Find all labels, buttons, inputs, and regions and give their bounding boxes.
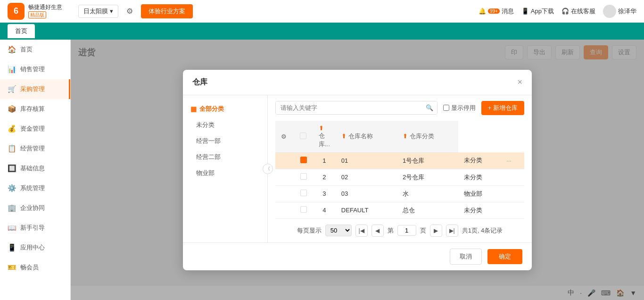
category-item-property[interactable]: 物业部 [183,165,267,181]
sidebar-item-vip[interactable]: 🎫 畅会员 [0,258,70,277]
notification-item[interactable]: 🔔 99+ 消息 [479,7,514,16]
vip-icon: 🎫 [8,263,17,272]
row-name: 1号仓库 [397,152,458,169]
row-number: 1 [313,152,336,169]
sidebar-item-guide[interactable]: 📖 新手引导 [0,218,70,238]
collapse-panel-button[interactable]: 《 [263,164,273,174]
tab-home[interactable]: 首页 [8,24,35,38]
purchase-icon: 🛒 [8,85,17,93]
row-checkbox[interactable] [300,157,307,163]
dialog-header: 仓库 × [183,70,532,95]
chevron-down-icon: ▾ [110,8,113,15]
row-checkbox[interactable] [300,206,307,213]
row-gear [275,152,294,169]
row-checkbox-cell[interactable] [294,169,313,185]
table-row[interactable]: 2 02 2号仓库 未分类 [275,169,524,185]
dialog-footer: 取消 确定 [183,242,532,270]
row-category: 未分类 [458,202,501,218]
select-all-checkbox[interactable] [300,133,306,139]
row-category: 未分类 [458,152,501,169]
sidebar-item-basic-info[interactable]: 🔲 基础信息 [0,158,70,178]
row-name: 水 [397,185,458,202]
sidebar-item-operations[interactable]: 📋 经营管理 [0,139,70,158]
search-input[interactable] [276,101,437,114]
row-more[interactable]: ··· [501,152,524,169]
cancel-button[interactable]: 取消 [450,249,482,265]
logo-area: 6 畅捷通好生意 精品版 [8,3,78,20]
row-category: 未分类 [458,169,501,185]
home-icon: 🏠 [8,45,17,54]
dialog-title: 仓库 [192,77,207,87]
row-number: 3 [313,185,336,202]
sidebar-item-apps[interactable]: 📱 应用中心 [0,238,70,258]
table-toolbar: 🔍 显示停用 + 新增仓库 [275,101,524,115]
top-header: 6 畅捷通好生意 精品版 日太阳膜 ▾ ⚙ 体验行业方案 🔔 99+ 消息 📱 … [0,0,644,23]
table-header-row: ⚙ ⬆仓库... ⬆仓库名称 ⬆仓库分类 [275,121,524,153]
per-page-select[interactable]: 50 100 [325,225,352,236]
row-checkbox[interactable] [300,190,307,196]
th-gear: ⚙ [275,121,294,153]
sales-icon: 📊 [8,65,17,74]
row-gear [275,169,294,185]
category-item-unclassified[interactable]: 未分类 [183,117,267,133]
table-row[interactable]: 3 03 水 物业部 [275,185,524,202]
pagination: 每页显示 50 100 |◀ ◀ 第 页 ▶ ▶| [275,225,524,237]
sidebar-item-enterprise[interactable]: 🏢 企业协同 [0,198,70,218]
app-download-item[interactable]: 📱 App下载 [521,7,554,16]
row-code: 01 [336,152,397,169]
show-disabled-label[interactable]: 显示停用 [443,104,476,112]
trial-button[interactable]: 体验行业方案 [141,4,193,18]
th-code: ⬆仓库... [313,121,336,153]
header-middle: 日太阳膜 ▾ ⚙ 体验行业方案 [78,4,479,19]
company-selector[interactable]: 日太阳膜 ▾ [78,5,118,18]
table-panel: 🔍 显示停用 + 新增仓库 [268,95,532,242]
basic-info-icon: 🔲 [8,164,17,173]
sidebar-item-purchase[interactable]: 🛒 采购管理 [0,79,70,99]
settings-icon[interactable]: ⚙ [122,4,137,19]
page-input[interactable] [397,225,416,236]
settings-col-icon: ⚙ [281,133,287,140]
next-page-button[interactable]: ▶ [430,225,442,237]
enterprise-icon: 🏢 [8,204,17,212]
category-item-dept2[interactable]: 经营二部 [183,149,267,165]
last-page-button[interactable]: ▶| [446,225,458,237]
sidebar-item-sales[interactable]: 📊 销售管理 [0,59,70,79]
avatar [603,5,616,18]
row-code: 02 [336,169,397,185]
logo-text: 畅捷通好生意 精品版 [28,4,62,18]
table-row[interactable]: 4 DEFAULT 总仓 未分类 [275,202,524,218]
close-icon[interactable]: × [517,77,522,87]
confirm-button[interactable]: 确定 [487,249,522,264]
prev-page-button[interactable]: ◀ [372,225,384,237]
sidebar-item-inventory[interactable]: 📦 库存核算 [0,99,70,119]
sidebar-item-finance[interactable]: 💰 资金管理 [0,119,70,139]
user-profile[interactable]: 徐泽华 [603,5,636,18]
table-row[interactable]: 1 01 1号仓库 未分类 ··· [275,152,524,169]
app-logo-icon: 6 [8,3,25,20]
row-checkbox-cell[interactable] [294,185,313,202]
row-checkbox-cell[interactable] [294,152,313,169]
all-category[interactable]: ▦ 全部分类 [183,101,267,117]
operations-icon: 📋 [8,144,17,153]
sidebar-item-home[interactable]: 🏠 首页 [0,40,70,59]
row-name: 2号仓库 [397,169,458,185]
first-page-button[interactable]: |◀ [355,225,368,237]
warehouse-dialog: 仓库 × ▦ 全部分类 未分类 经营一部 经营二部 物业部 [183,70,532,270]
show-disabled-checkbox[interactable] [443,105,449,111]
row-name: 总仓 [397,202,458,218]
row-checkbox-cell[interactable] [294,202,313,218]
th-name: ⬆仓库名称 [336,121,397,153]
th-category: ⬆仓库分类 [397,121,458,153]
system-icon: ⚙️ [8,184,17,192]
row-more-empty [501,185,524,202]
dialog-overlay: 仓库 × ▦ 全部分类 未分类 经营一部 经营二部 物业部 [71,40,644,300]
row-code: DEFAULT [336,202,397,218]
customer-service-item[interactable]: 🎧 在线客服 [561,7,595,16]
mobile-icon: 📱 [521,8,529,15]
add-warehouse-button[interactable]: + 新增仓库 [481,101,524,115]
table-container: ⚙ ⬆仓库... ⬆仓库名称 ⬆仓库分类 [275,121,524,219]
row-checkbox[interactable] [300,173,307,180]
category-item-dept1[interactable]: 经营一部 [183,133,267,149]
sidebar-item-system[interactable]: ⚙️ 系统管理 [0,178,70,198]
sidebar: 🏠 首页 📊 销售管理 🛒 采购管理 📦 库存核算 💰 资金管理 📋 经营管理 … [0,40,71,300]
